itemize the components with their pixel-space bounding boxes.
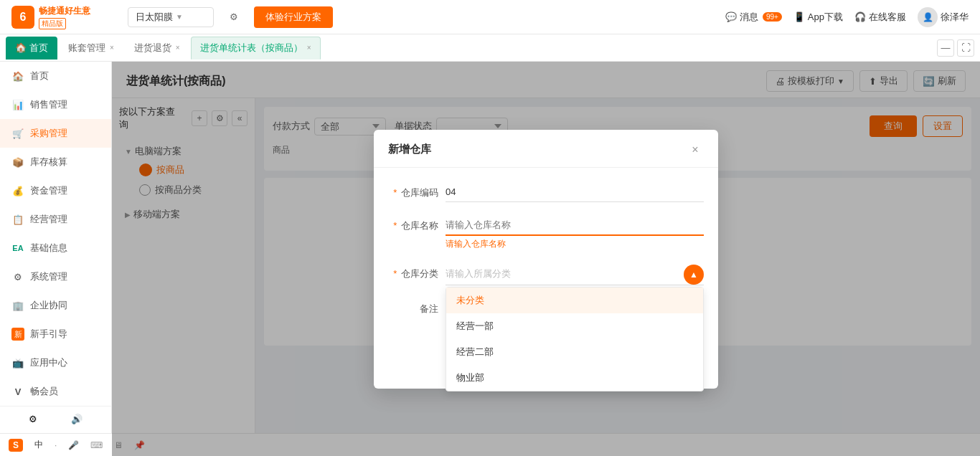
notification-item[interactable]: 💬 消息 99+ [725,11,782,24]
notif-badge: 99+ [763,12,782,22]
modal-close-button[interactable]: × [687,141,704,158]
dropdown-item-uncategorized[interactable]: 未分类 [446,288,703,313]
purchase-icon: 🛒 [11,127,24,140]
message-icon: 💬 [725,11,737,22]
dropdown-item-dept1[interactable]: 经营一部 [446,313,703,339]
tab-expand-btn[interactable]: ⛶ [957,39,974,57]
sidebar-label-inventory: 库存核算 [30,156,67,168]
app-label: App下载 [808,11,843,24]
user-name: 徐泽华 [941,11,969,24]
store-name: 日太阳膜 [136,11,173,24]
inventory-icon: 📦 [11,156,24,168]
sidebar-label-guide: 新手引导 [30,328,67,341]
top-header: 6 畅捷通好生意 精品版 日太阳膜 ▼ ⚙ 体验行业方案 💬 消息 99+ 📱 … [0,0,980,34]
home-tab-label: 首页 [29,42,48,54]
code-input[interactable] [446,182,704,202]
sidebar-label-operations: 经营管理 [30,213,67,226]
avatar: 👤 [918,7,938,27]
sidebar-item-operations[interactable]: 📋 经营管理 [0,205,111,234]
gear-button[interactable]: ⚙ [222,6,245,29]
name-wrap: 请输入仓库名称 [446,215,704,250]
app-icon: 📱 [793,11,805,22]
sidebar-item-home[interactable]: 🏠 首页 [0,62,111,90]
content-area: 进货单统计(按商品) 🖨 按模板打印 ▼ ⬆ 导出 🔄 刷新 [112,62,980,456]
header-right: 💬 消息 99+ 📱 App下载 🎧 在线客服 👤 徐泽华 [725,7,969,27]
note-label: 备注 [388,298,446,315]
app-download-item[interactable]: 📱 App下载 [793,11,843,24]
category-label: * 仓库分类 [388,263,446,280]
category-wrap: 请输入所属分类 ▲ 未分类 经营一部 经营二部 物业部 [446,263,704,285]
notif-label: 消息 [740,11,758,24]
name-error-msg: 请输入仓库名称 [446,238,704,250]
sidebar-item-finance[interactable]: 💰 资金管理 [0,176,111,205]
sales-icon: 📊 [11,98,24,111]
dropdown-item-dept2[interactable]: 经营二部 [446,339,703,365]
app-center-icon: 📺 [11,356,24,369]
sidebar-label-system: 系统管理 [30,270,67,283]
headset-icon: 🎧 [854,11,866,22]
account-tab-close[interactable]: × [110,44,114,52]
tab-account[interactable]: 账套管理 × [59,37,123,60]
guide-icon: 新 [11,328,24,341]
tab-purchase-stats[interactable]: 进货单统计表（按商品） × [191,37,321,60]
purchase-return-tab-label: 进货退货 [134,42,171,54]
logo-area: 6 畅捷通好生意 精品版 [11,5,119,29]
category-dropdown: 未分类 经营一部 经营二部 物业部 [446,287,704,391]
code-wrap [446,182,704,202]
sidebar-item-member[interactable]: V 畅会员 [0,377,111,406]
form-row-name: * 仓库名称 请输入仓库名称 [388,215,704,250]
sidebar-item-inventory[interactable]: 📦 库存核算 [0,148,111,176]
home-tab-icon: 🏠 [15,42,27,53]
system-icon: ⚙ [11,270,24,283]
tab-purchase-return[interactable]: 进货退货 × [125,37,189,60]
member-icon: V [11,385,24,398]
form-row-code: * 仓库编码 [388,182,704,202]
sidebar-label-finance: 资金管理 [30,184,67,197]
sidebar-speaker-icon[interactable]: 🔊 [71,414,83,424]
finance-icon: 💰 [11,184,24,197]
status-keyboard-icon[interactable]: ⌨ [90,440,103,450]
status-dot1: · [55,440,57,450]
sidebar-item-guide[interactable]: 新 新手引导 [0,320,111,348]
sidebar-bottom: ⚙ 🔊 [0,406,111,432]
store-dropdown-icon: ▼ [176,13,183,21]
sidebar-label-app: 应用中心 [30,356,67,369]
name-input[interactable] [446,215,704,236]
name-label: * 仓库名称 [388,215,446,232]
sidebar-label-member: 畅会员 [30,385,58,398]
purchase-return-tab-close[interactable]: × [176,44,180,52]
sidebar-settings-icon[interactable]: ⚙ [29,414,37,424]
online-service-item[interactable]: 🎧 在线客服 [854,11,906,24]
main-layout: 🏠 首页 📊 销售管理 🛒 采购管理 📦 库存核算 💰 资金管理 📋 经营管理 … [0,62,980,456]
form-row-category: * 仓库分类 请输入所属分类 ▲ 未分类 经营一部 [388,263,704,285]
tab-home[interactable]: 🏠 首页 [6,37,57,60]
home-icon: 🏠 [11,70,24,82]
sidebar-label-enterprise: 企业协同 [30,299,67,312]
modal-body: * 仓库编码 * 仓库名称 [374,168,718,346]
store-selector[interactable]: 日太阳膜 ▼ [128,7,214,27]
category-select[interactable]: 请输入所属分类 ▲ [446,263,704,285]
sidebar-item-basic[interactable]: EA 基础信息 [0,234,111,262]
sidebar-item-sales[interactable]: 📊 销售管理 [0,90,111,119]
user-area[interactable]: 👤 徐泽华 [918,7,969,27]
code-label: * 仓库编码 [388,182,446,199]
sidebar-item-app[interactable]: 📺 应用中心 [0,348,111,377]
sidebar-item-purchase[interactable]: 🛒 采购管理 [0,119,111,148]
trial-button[interactable]: 体验行业方案 [254,6,333,28]
sidebar-label-home: 首页 [30,70,49,82]
purchase-stats-tab-close[interactable]: × [307,44,311,52]
sidebar-item-enterprise[interactable]: 🏢 企业协同 [0,291,111,320]
sidebar-item-system[interactable]: ⚙ 系统管理 [0,262,111,291]
tab-actions: — ⛶ [937,39,974,57]
modal-header: 新增仓库 × [374,130,718,168]
tab-minimize-btn[interactable]: — [937,39,954,57]
status-mic-icon[interactable]: 🎤 [68,440,79,450]
gear-icon: ⚙ [230,11,238,22]
operations-icon: 📋 [11,213,24,226]
sidebar-label-purchase: 采购管理 [30,127,67,140]
logo-icon: 6 [11,6,34,29]
sidebar-label-sales: 销售管理 [30,98,67,111]
category-arrow-up[interactable]: ▲ [684,265,704,285]
basic-icon: EA [11,242,24,255]
dropdown-item-property[interactable]: 物业部 [446,365,703,391]
